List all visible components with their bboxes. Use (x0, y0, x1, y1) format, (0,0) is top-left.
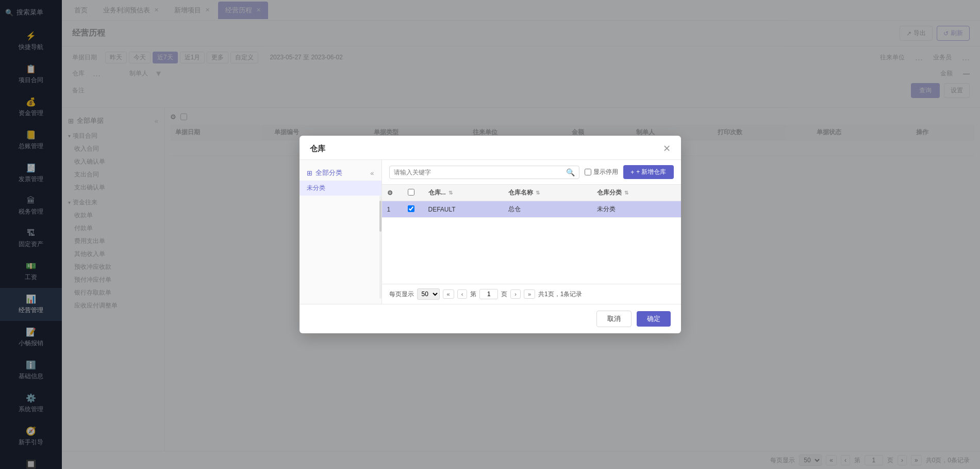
modal-next-page-btn[interactable]: › (510, 289, 521, 299)
modal-select-all[interactable] (408, 189, 414, 196)
modal-table: ⚙ 仓库... ⇅ 仓库名称 ⇅ (382, 185, 681, 218)
modal-per-page-select[interactable]: 50 (417, 288, 440, 300)
modal-search-box[interactable]: 🔍 (389, 166, 580, 179)
modal-page-label: 第 (470, 290, 476, 299)
sort-name-icon[interactable]: ⇅ (536, 190, 540, 196)
modal-per-page-label: 每页显示 (389, 290, 414, 299)
modal-total-text: 共1页，1条记录 (538, 290, 582, 299)
modal-prev-page-btn[interactable]: ‹ (457, 289, 468, 299)
modal-toolbar: 🔍 显示停用 + + 新增仓库 (382, 160, 681, 185)
modal-overlay: 仓库 ✕ ⊞ 全部分类 « 未分类 (0, 0, 980, 469)
row-checkbox[interactable] (403, 201, 423, 218)
show-disabled-checkbox[interactable] (585, 169, 591, 175)
row-num: 1 (382, 201, 403, 218)
show-disabled-label[interactable]: 显示停用 (585, 168, 618, 176)
modal-table-wrap: ⚙ 仓库... ⇅ 仓库名称 ⇅ (382, 185, 681, 284)
search-icon-modal: 🔍 (566, 168, 575, 176)
modal-cancel-button[interactable]: 取消 (596, 311, 632, 327)
row-name: 总仓 (503, 201, 592, 218)
modal-footer: 取消 确定 (300, 304, 681, 333)
modal-body: ⊞ 全部分类 « 未分类 (300, 160, 681, 304)
modal-first-page-btn[interactable]: « (443, 289, 454, 299)
modal-page-suffix: 页 (501, 290, 507, 299)
modal-title: 仓库 (310, 144, 325, 154)
warehouse-modal: 仓库 ✕ ⊞ 全部分类 « 未分类 (300, 136, 681, 333)
all-category-label: 全部分类 (315, 168, 342, 177)
table-row[interactable]: 1 DEFAULT 总仓 未分类 (382, 201, 681, 218)
modal-category-panel: ⊞ 全部分类 « 未分类 (300, 160, 382, 304)
uncategorized-label: 未分类 (307, 184, 325, 191)
modal-col-checkbox (403, 185, 423, 201)
modal-cat-collapse-btn[interactable]: « (370, 169, 374, 177)
modal-pagination: 每页显示 50 « ‹ 第 页 › » 共1页，1条记录 (382, 284, 681, 304)
grid-icon-modal: ⊞ (307, 169, 312, 177)
modal-all-category[interactable]: ⊞ 全部分类 « (300, 165, 381, 181)
modal-header: 仓库 ✕ (300, 136, 681, 160)
modal-col-settings: ⚙ (382, 185, 403, 201)
modal-last-page-btn[interactable]: » (524, 289, 535, 299)
modal-col-category: 仓库分类 ⇅ (592, 185, 680, 201)
row-code: DEFAULT (423, 201, 503, 218)
modal-page-input[interactable] (479, 289, 498, 299)
modal-close-button[interactable]: ✕ (663, 143, 671, 154)
modal-col-code: 仓库... ⇅ (423, 185, 503, 201)
modal-search-input[interactable] (394, 169, 563, 176)
show-disabled-text: 显示停用 (593, 168, 618, 176)
sort-code-icon[interactable]: ⇅ (449, 190, 453, 196)
modal-cat-uncategorized[interactable]: 未分类 (300, 181, 381, 196)
row-select-checkbox[interactable] (408, 205, 414, 212)
row-category: 未分类 (592, 201, 680, 218)
modal-col-name: 仓库名称 ⇅ (503, 185, 592, 201)
sort-category-icon[interactable]: ⇅ (624, 190, 628, 196)
modal-confirm-button[interactable]: 确定 (637, 311, 671, 327)
modal-right-panel: 🔍 显示停用 + + 新增仓库 (382, 160, 681, 304)
plus-icon: + (630, 169, 634, 176)
add-warehouse-label: + 新增仓库 (636, 168, 666, 176)
add-warehouse-button[interactable]: + + 新增仓库 (623, 165, 673, 179)
